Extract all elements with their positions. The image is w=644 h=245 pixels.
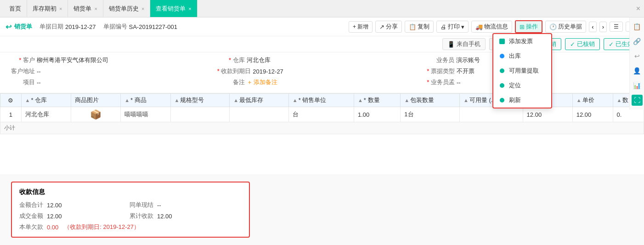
row-min-stock <box>230 107 289 122</box>
doc-number-field: 单据编号 SA-20191227-001 <box>103 23 178 31</box>
col-gear: ⚙ <box>0 94 22 107</box>
locate-item[interactable]: 定位 <box>493 78 551 93</box>
payment-title: 收款信息 <box>19 188 242 196</box>
due-date-value: 2019-12-27 <box>253 68 283 75</box>
customer-field: 客户 柳州粤港平安气体有限公司 <box>7 56 217 64</box>
col-unit: ▲* 销售单位 <box>288 94 354 107</box>
staff-value: 演示账号 <box>456 56 480 64</box>
ticket-type-label: 票据类型 <box>427 67 455 75</box>
total-amount-item: 金额合计 12.00 <box>19 201 111 209</box>
row-stock: 12.00 <box>523 107 572 122</box>
tab-view[interactable]: 查看销货单 × <box>150 0 197 17</box>
next-button[interactable]: › <box>599 22 607 32</box>
row-seq: 1 <box>0 107 22 122</box>
tab-home[interactable]: 首页 <box>4 0 27 17</box>
refresh-icon <box>499 97 505 103</box>
operation-button[interactable]: ⊞ 操作 <box>515 20 542 33</box>
row-spec <box>170 107 230 122</box>
window-close-button[interactable]: × <box>636 5 640 13</box>
print-button[interactable]: 🖨 打印 ▾ <box>436 21 469 33</box>
outbound-item[interactable]: 出库 <box>493 49 551 63</box>
from-phone-button[interactable]: 📱 来自手机 <box>442 38 486 50</box>
add-note-button[interactable]: ＋ 添加备注 <box>247 78 277 86</box>
row-available <box>459 107 523 122</box>
tab-bar: 首页 库存期初 × 销货单 × 销货单历史 × 查看销货单 × × <box>0 0 644 17</box>
transaction-item: 成交金额 12.00 <box>19 212 111 220</box>
locate-icon <box>499 82 505 89</box>
sold-button[interactable]: ✓ 已核销 <box>565 38 600 50</box>
tab-inventory-close[interactable]: × <box>59 6 62 11</box>
row-product: 嘻嘻嘻嘻 <box>121 107 170 122</box>
col-spec: ▲规格型号 <box>170 94 230 107</box>
doc-meta: 单据日期 2019-12-27 单据编号 SA-20191227-001 <box>40 23 177 31</box>
logistics-button[interactable]: 🚚 物流信息 <box>471 21 512 33</box>
sidebar-icon-1[interactable]: 📋 <box>632 21 643 32</box>
sidebar-icon-2[interactable]: 🔗 <box>632 36 643 47</box>
doc-date-field: 单据日期 2019-12-27 <box>40 23 96 31</box>
due-date-field: 收款到期日 2019-12-27 <box>217 67 427 75</box>
add-invoice-item[interactable]: 添加发票 <box>493 34 551 49</box>
col-warehouse: ▲* 仓库 <box>21 94 71 107</box>
address-value: -- <box>37 68 41 75</box>
col-min-stock: ▲最低库存 <box>230 94 289 107</box>
payment-row-3: 本单欠款 0.00 （收款到期日: 2019-12-27） <box>19 223 242 231</box>
customer-label: 客户 <box>7 56 35 64</box>
add-invoice-icon <box>499 38 505 45</box>
address-field: 客户地址 -- <box>7 67 217 75</box>
new-button[interactable]: + 新增 <box>349 21 373 33</box>
tab-sales-close[interactable]: × <box>94 6 97 11</box>
note-label: 备注 <box>217 78 245 86</box>
col-quantity: ▲* 数量 <box>354 94 400 107</box>
operation-dropdown: 添加发票 出库 可用量提取 定位 刷新 <box>492 33 552 108</box>
project-value: -- <box>37 79 41 86</box>
sidebar-icon-4[interactable]: 👤 <box>632 65 643 76</box>
tab-sales[interactable]: 销货单 × <box>68 0 103 17</box>
ticket-type-value: 不开票 <box>457 67 475 75</box>
note-field: 备注 ＋ 添加备注 <box>217 78 427 86</box>
gear-icon: ⚙ <box>8 97 13 104</box>
copy-button[interactable]: 📋 复制 <box>405 21 434 33</box>
warehouse-label: 仓库 <box>217 56 245 64</box>
effect-icon: ✓ <box>609 41 614 48</box>
sidebar-icon-5[interactable]: 📊 <box>632 80 643 91</box>
customer-value: 柳州粤港平安气体有限公司 <box>37 56 108 64</box>
project-field: 项目 -- <box>7 78 217 86</box>
sidebar-icon-3[interactable]: ↩ <box>632 51 643 62</box>
payment-row-1: 金额合计 12.00 同单现结 -- <box>19 201 242 209</box>
row-warehouse: 河北仓库 <box>21 107 71 122</box>
warehouse-field: 仓库 河北仓库 <box>217 56 427 64</box>
col-image: 商品图片 <box>71 94 120 107</box>
row-pack-qty: 1台 <box>401 107 460 122</box>
staff-label: 业务员 <box>427 56 454 64</box>
toolbar: + 新增 ↗ 分享 📋 复制 🖨 打印 ▾ 🚚 物流信息 <box>349 20 638 33</box>
sidebar-icon-expand[interactable]: ⛶ <box>632 95 643 106</box>
phone-icon: 📱 <box>447 41 455 48</box>
single-settle-item: 同单现结 -- <box>130 201 221 209</box>
view-toggle-list[interactable]: ☰ <box>610 22 623 32</box>
tab-inventory[interactable]: 库存期初 × <box>27 0 68 17</box>
staff2-value: -- <box>457 79 461 86</box>
right-sidebar: 📋 🔗 ↩ 👤 📊 ⛶ <box>629 17 644 109</box>
doc-type-title: ↩ 销货单 <box>6 23 32 31</box>
tab-view-close[interactable]: × <box>188 6 191 11</box>
share-button[interactable]: ↗ 分享 <box>375 21 402 33</box>
history-button[interactable]: 🕐 历史单据 <box>545 21 586 33</box>
sold-icon: ✓ <box>570 41 575 48</box>
subtotal-label: 小计 <box>0 122 644 134</box>
address-label: 客户地址 <box>7 67 35 75</box>
col-price: ▲单价 <box>572 94 613 107</box>
available-pick-item[interactable]: 可用量提取 <box>493 63 551 78</box>
subtotal-row: 小计 <box>0 122 644 134</box>
row-quantity: 1.00 <box>354 107 400 122</box>
table-row: 1 河北仓库 📦 嘻嘻嘻嘻 台 1.00 1台 12.00 12.00 0. <box>0 107 644 122</box>
tab-history[interactable]: 销货单历史 × <box>103 0 150 17</box>
payment-row-2: 成交金额 12.00 累计收款 12.00 <box>19 212 242 220</box>
refresh-item[interactable]: 刷新 <box>493 93 551 108</box>
cumulative-item: 累计收款 12.00 <box>130 212 221 220</box>
tab-history-close[interactable]: × <box>141 6 144 11</box>
payment-rows: 金额合计 12.00 同单现结 -- 成交金额 12.00 <box>19 201 242 231</box>
prev-button[interactable]: ‹ <box>589 22 596 32</box>
project-label: 项目 <box>7 78 35 86</box>
print-dropdown-icon: ▾ <box>461 23 464 30</box>
operation-icon: ⊞ <box>520 23 525 30</box>
